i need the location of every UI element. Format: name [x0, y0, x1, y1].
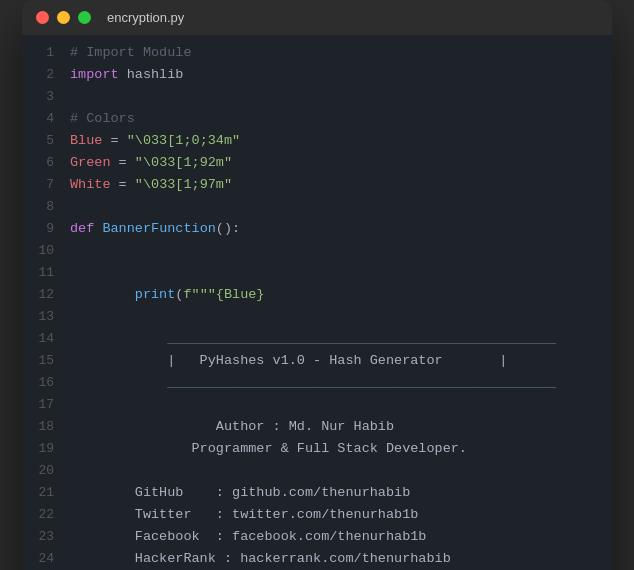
code-editor: 1 # Import Module 2 import hashlib 3 4 #…	[22, 35, 612, 570]
line-10: 10	[22, 243, 612, 265]
window-title: encryption.py	[107, 10, 184, 25]
line-23: 23 Facebook : facebook.com/thenurhab1b	[22, 529, 612, 551]
line-18: 18 Author : Md. Nur Habib	[22, 419, 612, 441]
close-button[interactable]	[36, 11, 49, 24]
line-19: 19 Programmer & Full Stack Developer.	[22, 441, 612, 463]
titlebar: encryption.py	[22, 0, 612, 35]
line-3: 3	[22, 89, 612, 111]
line-7: 7 White = "\033[1;97m"	[22, 177, 612, 199]
line-2: 2 import hashlib	[22, 67, 612, 89]
line-1: 1 # Import Module	[22, 45, 612, 67]
line-11: 11	[22, 265, 612, 287]
line-13: 13	[22, 309, 612, 331]
minimize-button[interactable]	[57, 11, 70, 24]
line-21: 21 GitHub : github.com/thenurhabib	[22, 485, 612, 507]
line-5: 5 Blue = "\033[1;0;34m"	[22, 133, 612, 155]
line-8: 8	[22, 199, 612, 221]
line-20: 20	[22, 463, 612, 485]
line-4: 4 # Colors	[22, 111, 612, 133]
line-15: 15 | PyHashes v1.0 - Hash Generator |	[22, 353, 612, 375]
line-6: 6 Green = "\033[1;92m"	[22, 155, 612, 177]
maximize-button[interactable]	[78, 11, 91, 24]
line-22: 22 Twitter : twitter.com/thenurhab1b	[22, 507, 612, 529]
line-12: 12 print(f"""{Blue}	[22, 287, 612, 309]
line-9: 9 def BannerFunction():	[22, 221, 612, 243]
line-17: 17	[22, 397, 612, 419]
line-14: 14 _____________________________________…	[22, 331, 612, 353]
line-16: 16 _____________________________________…	[22, 375, 612, 397]
line-24: 24 HackerRank : hackerrank.com/thenurhab…	[22, 551, 612, 570]
code-window: encryption.py 1 # Import Module 2 import…	[22, 0, 612, 570]
